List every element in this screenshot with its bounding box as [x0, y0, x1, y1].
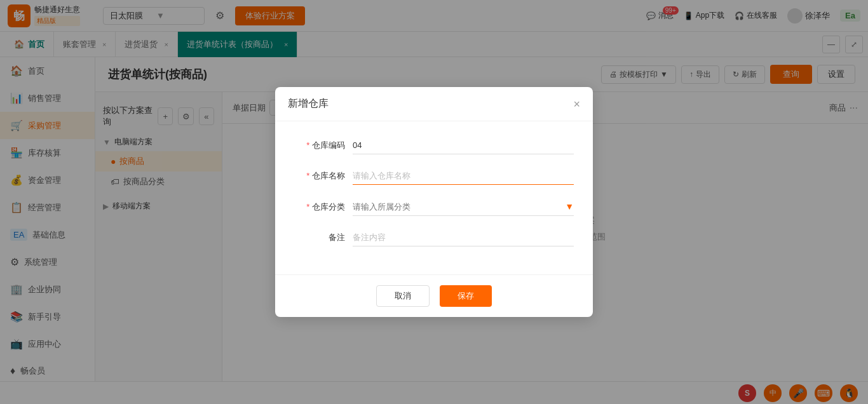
dialog-body: 仓库编码 仓库名称 仓库分类 ▼ 备注 [275, 121, 593, 274]
warehouse-name-input[interactable] [353, 167, 574, 185]
warehouse-remark-input[interactable] [353, 229, 574, 246]
warehouse-category-input[interactable] [353, 202, 565, 212]
dialog-close-btn[interactable]: × [573, 98, 580, 110]
warehouse-code-row: 仓库编码 [294, 137, 574, 154]
new-warehouse-dialog: 新增仓库 × 仓库编码 仓库名称 仓库分类 ▼ [275, 87, 593, 317]
cancel-button[interactable]: 取消 [376, 285, 430, 307]
warehouse-remark-label: 备注 [294, 232, 345, 243]
dialog-header: 新增仓库 × [275, 87, 593, 121]
dialog-footer: 取消 保存 [275, 274, 593, 317]
dialog-title: 新增仓库 [288, 97, 329, 111]
warehouse-name-label: 仓库名称 [294, 170, 345, 182]
warehouse-category-label: 仓库分类 [294, 201, 345, 213]
warehouse-code-input[interactable] [353, 137, 574, 154]
save-button[interactable]: 保存 [440, 285, 492, 307]
warehouse-remark-row: 备注 [294, 229, 574, 246]
warehouse-category-row: 仓库分类 ▼ [294, 198, 574, 216]
warehouse-category-select[interactable]: ▼ [353, 198, 574, 216]
warehouse-name-row: 仓库名称 [294, 167, 574, 185]
warehouse-code-label: 仓库编码 [294, 140, 345, 151]
category-dropdown-icon: ▼ [565, 201, 574, 212]
modal-overlay[interactable]: 新增仓库 × 仓库编码 仓库名称 仓库分类 ▼ [0, 0, 868, 404]
